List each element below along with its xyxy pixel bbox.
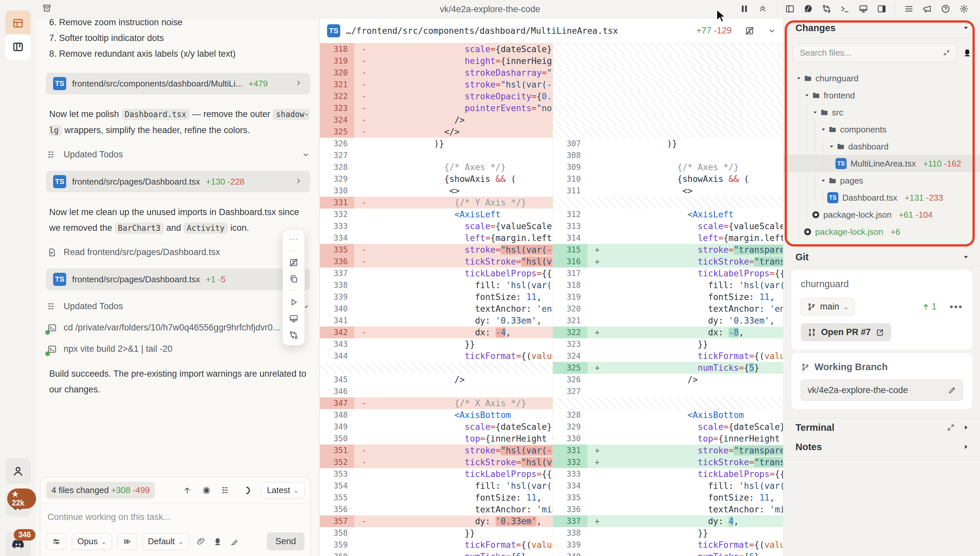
- expand-terminal-icon[interactable]: [946, 423, 955, 432]
- tree-item-components[interactable]: components: [784, 121, 980, 138]
- updated-todos-row[interactable]: Updated Todos: [47, 149, 310, 160]
- notes-section-header[interactable]: Notes: [784, 437, 980, 456]
- tree-caret-icon[interactable]: [803, 92, 811, 99]
- diff-left-cell[interactable]: 334 left={margin.left}: [320, 232, 553, 244]
- rail-item-layout-icon[interactable]: [5, 10, 31, 36]
- panel-right-icon[interactable]: [877, 4, 886, 14]
- diff-left-cell[interactable]: 347- {/* X Axis */}: [320, 397, 553, 409]
- collapse-diff-icon[interactable]: [768, 27, 776, 35]
- mode-dropdown[interactable]: Default⌄: [142, 533, 189, 550]
- diff-left-cell[interactable]: 342- dx: -4,: [320, 326, 553, 338]
- search-files-input[interactable]: Search files...: [793, 44, 956, 62]
- diff-left-cell[interactable]: 326 )}: [320, 138, 553, 149]
- attach-icon[interactable]: [196, 537, 205, 546]
- diff-right-cell[interactable]: 329 scale={dateScale}: [553, 421, 783, 433]
- diff-left-cell[interactable]: 344 tickFormat={(value): [320, 350, 553, 362]
- diff-left-cell[interactable]: 327: [320, 149, 553, 161]
- diff-right-cell[interactable]: 330 top={innerHeight + margin.top}: [553, 433, 783, 444]
- diff-right-cell[interactable]: 317 tickLabelProps={{: [553, 268, 783, 279]
- diff-right-cell[interactable]: 312 <AxisLeft: [553, 208, 783, 220]
- diff-left-cell[interactable]: 331- {/* Y Axis */}: [320, 197, 553, 208]
- diff-left-cell[interactable]: 321- stroke="hsl(var(--border))": [320, 79, 553, 91]
- diff-left-cell[interactable]: 359 tickFormat={(value): [320, 539, 553, 551]
- diff-right-cell[interactable]: 315+ stroke="transparent": [553, 244, 783, 256]
- working-branch-field[interactable]: vk/4e2a-explore-the-code: [801, 380, 963, 401]
- diff-left-cell[interactable]: 323- pointerEvents="none": [320, 102, 553, 114]
- diff-left-cell[interactable]: 355 fontSize: 11,: [320, 492, 553, 504]
- diff-left-cell[interactable]: 335- stroke="hsl(var(--border))": [320, 244, 553, 256]
- tree-caret-icon[interactable]: [794, 75, 803, 82]
- diff-right-cell[interactable]: 309 {/* Axes */}: [553, 161, 783, 173]
- chevrons-up-icon[interactable]: [758, 4, 768, 14]
- diff-left-cell[interactable]: 357- dy: '0.33em',: [320, 516, 553, 527]
- diff-right-cell[interactable]: 327: [553, 386, 783, 397]
- diff-right-cell[interactable]: 339 tickFormat={(value): [553, 539, 783, 551]
- read-file-row[interactable]: Read frontend/src/pages/Dashboard.tsx: [47, 247, 310, 257]
- diff-left-cell[interactable]: 351- stroke="hsl(var(--border))": [320, 444, 553, 456]
- diff-right-cell[interactable]: 328 <AxisBottom: [553, 409, 783, 421]
- monitor-icon[interactable]: [289, 314, 299, 323]
- github-cat-icon[interactable]: [962, 48, 972, 58]
- diff-right-cell[interactable]: 333 tickLabelProps={{: [553, 468, 783, 480]
- diff-right-cell[interactable]: 319 fontSize: 11,: [553, 291, 783, 303]
- diff-left-cell[interactable]: 341 dy: '0.33em',: [320, 315, 553, 326]
- play-icon[interactable]: [289, 297, 299, 307]
- commits-ahead-badge[interactable]: 1: [922, 302, 936, 312]
- collapse-changes-icon[interactable]: [962, 24, 970, 32]
- git-section-header[interactable]: Git: [784, 247, 980, 267]
- files-changed-pill[interactable]: 4 files changed +308 -499: [46, 482, 155, 499]
- diff-left-cell[interactable]: 348 <AxisBottom: [320, 409, 553, 421]
- changes-section-header[interactable]: Changes: [784, 18, 980, 37]
- diff-left-cell[interactable]: 333 scale={valueScale}: [320, 220, 553, 232]
- diff-left-cell[interactable]: 318- scale={dateScale}: [320, 43, 553, 55]
- diff-left-cell[interactable]: 338 fill: 'hsl(var(--muted-foreground))': [320, 279, 553, 291]
- diff-right-cell[interactable]: 338 }}: [553, 527, 783, 539]
- diff-left-cell[interactable]: 345 />: [320, 374, 553, 386]
- diff-right-cell[interactable]: 307 )}: [553, 138, 783, 149]
- terminal-icon[interactable]: [840, 4, 850, 14]
- diff-left-cell[interactable]: 353 tickLabelProps={{: [320, 468, 553, 480]
- diff-right-cell[interactable]: 313 scale={valueScale}: [553, 220, 783, 232]
- diff-right-cell[interactable]: 325+ numTicks={5}: [553, 362, 783, 374]
- diff-right-cell[interactable]: 336 textAnchor: 'middle',: [553, 504, 783, 516]
- pen-icon[interactable]: [230, 537, 239, 546]
- edit-branch-icon[interactable]: [948, 386, 957, 395]
- diff-header[interactable]: TS …/frontend/src/components/dashboard/M…: [320, 18, 783, 43]
- diff-left-cell[interactable]: 330 <>: [320, 185, 553, 197]
- tree-item-dashboard[interactable]: dashboard: [784, 138, 980, 155]
- diff-right-cell[interactable]: 320 textAnchor: 'end',: [553, 303, 783, 315]
- diff-left-cell[interactable]: 350 top={innerHeight + margin.top}: [320, 433, 553, 444]
- terminal-command-row[interactable]: cd /private/var/folders/10/h7w0q46556ggr…: [47, 323, 310, 333]
- diff-right-cell[interactable]: 321 dy: '0.33em',: [553, 315, 783, 326]
- diff-right-cell[interactable]: 323 }}: [553, 338, 783, 350]
- diff-left-cell[interactable]: 337 tickLabelProps={{: [320, 268, 553, 279]
- diff-right-cell[interactable]: 314 left={margin.left}: [553, 232, 783, 244]
- diff-right-cell[interactable]: 322+ dx: -8,: [553, 326, 783, 338]
- diff-right-cell[interactable]: 311 <>: [553, 185, 783, 197]
- model-dropdown[interactable]: Opus⌄: [72, 533, 112, 550]
- collapse-tree-icon[interactable]: [942, 48, 951, 57]
- latest-dropdown[interactable]: Latest⌄: [261, 482, 305, 498]
- github-cat-icon[interactable]: [213, 537, 223, 546]
- dots-icon[interactable]: [289, 234, 299, 244]
- open-pr-button[interactable]: Open PR #7: [801, 323, 891, 341]
- diff-right-cell[interactable]: 331+ stroke="transparent": [553, 444, 783, 456]
- diff-right-cell[interactable]: 310 {showAxis && (: [553, 173, 783, 185]
- open-notes-icon[interactable]: [962, 443, 970, 451]
- tree-caret-icon[interactable]: [819, 177, 828, 184]
- tree-item-churnguard[interactable]: churnguard: [784, 70, 980, 87]
- git-more-menu[interactable]: •••: [949, 301, 963, 312]
- diff-left-cell[interactable]: 343 }}: [320, 338, 553, 350]
- file-change-chip[interactable]: TSfrontend/src/pages/Dashboard.tsx+1 -5: [46, 268, 310, 290]
- diff-left-cell[interactable]: 329 {showAxis && (: [320, 173, 553, 185]
- diff-left-cell[interactable]: 346: [320, 386, 553, 397]
- terminal-section-header[interactable]: Terminal: [784, 418, 980, 437]
- fast-forward-button[interactable]: [117, 533, 137, 550]
- diff-right-cell[interactable]: 324 tickFormat={(value): [553, 350, 783, 362]
- diff-left-cell[interactable]: 358 }}: [320, 527, 553, 539]
- diff-left-cell[interactable]: 340 textAnchor: 'end',: [320, 303, 553, 315]
- file-change-chip[interactable]: TSfrontend/src/pages/Dashboard.tsx+130 -…: [46, 171, 310, 192]
- tree-caret-icon[interactable]: [811, 109, 819, 116]
- gear-icon[interactable]: [959, 4, 969, 14]
- tree-item-Dashboard.tsx[interactable]: TSDashboard.tsx+131 -233: [784, 189, 980, 206]
